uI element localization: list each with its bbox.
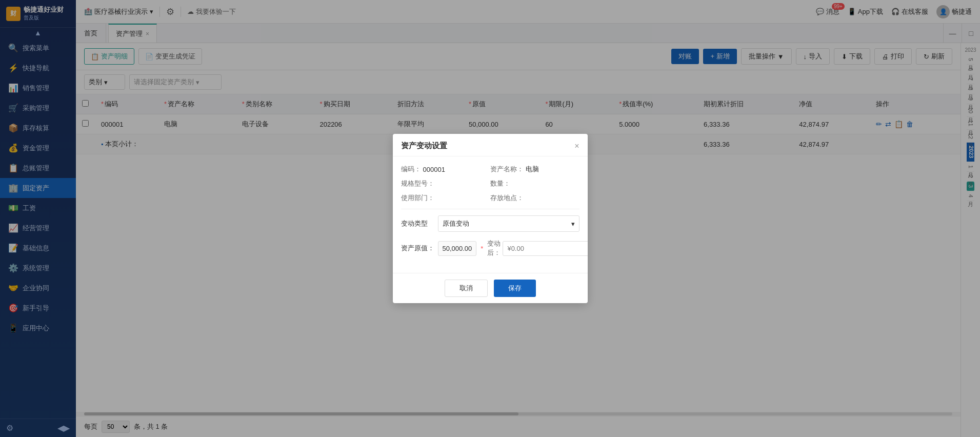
change-type-label: 变动类型 xyxy=(401,219,438,228)
modal-body: 编码： 000001 资产名称： 电脑 规格型号： 数量： xyxy=(393,156,588,273)
dept-label: 使用部门： xyxy=(401,193,434,203)
change-type-row: 变动类型 原值变动 ▾ xyxy=(401,215,579,232)
location-label: 存放地点： xyxy=(490,193,524,203)
cancel-button[interactable]: 取消 xyxy=(445,280,488,297)
original-row: 资产原值： 50,000.00 * 变动后： xyxy=(401,239,579,257)
modal-divider xyxy=(401,209,579,209)
modal-info-row-1: 编码： 000001 资产名称： 电脑 xyxy=(401,165,579,174)
modal-header: 资产变动设置 × xyxy=(393,134,588,156)
code-label: 编码： xyxy=(401,165,421,174)
modal-overlay[interactable]: 资产变动设置 × 编码： 000001 资产名称： 电脑 规格型号： xyxy=(0,0,980,437)
change-type-arrow: ▾ xyxy=(571,220,575,228)
change-type-value: 原值变动 xyxy=(443,219,469,228)
after-label: 变动后： xyxy=(487,239,501,257)
modal-title: 资产变动设置 xyxy=(401,141,447,151)
after-input[interactable] xyxy=(503,241,587,256)
modal-close-icon[interactable]: × xyxy=(574,142,579,151)
save-button[interactable]: 保存 xyxy=(494,280,536,297)
modal-info-row-3: 使用部门： 存放地点： xyxy=(401,193,579,203)
asset-name-value: 电脑 xyxy=(526,165,539,174)
original-label: 资产原值： xyxy=(401,244,438,253)
modal-info-row-2: 规格型号： 数量： xyxy=(401,179,579,188)
change-type-select[interactable]: 原值变动 ▾ xyxy=(438,215,579,232)
qty-label: 数量： xyxy=(490,179,510,188)
asset-name-label: 资产名称： xyxy=(490,165,524,174)
original-value: 50,000.00 xyxy=(438,241,477,256)
required-mark: * xyxy=(481,245,483,252)
spec-label: 规格型号： xyxy=(401,179,434,188)
modal-footer: 取消 保存 xyxy=(393,273,588,303)
code-value: 000001 xyxy=(423,166,445,173)
asset-change-modal: 资产变动设置 × 编码： 000001 资产名称： 电脑 规格型号： xyxy=(393,134,588,303)
